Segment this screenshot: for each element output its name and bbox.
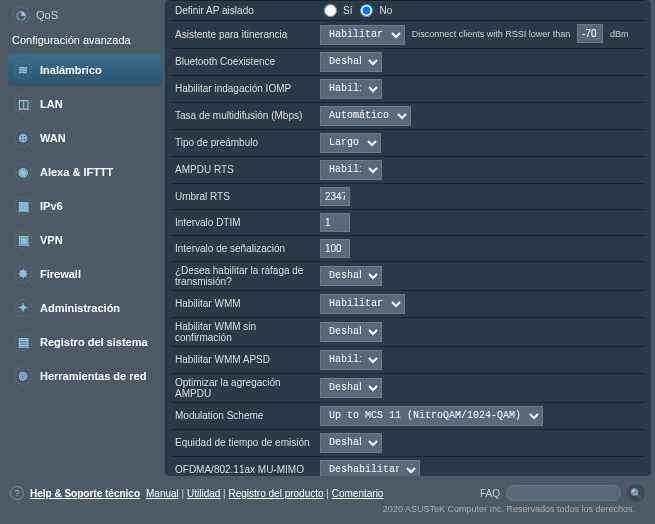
radio-no[interactable] (360, 4, 373, 17)
sidebar-label: Registro del sistema (40, 336, 148, 348)
admin-icon: ✦ (14, 299, 32, 317)
sidebar-item-syslog[interactable]: ▤ Registro del sistema (8, 326, 162, 358)
alexa-icon: ◉ (14, 163, 32, 181)
wifi-icon: ≋ (14, 61, 32, 79)
rate-select[interactable]: Automático (320, 106, 411, 126)
roaming-select[interactable]: Habilitar (320, 25, 405, 45)
register-link[interactable]: Registro del producto (229, 488, 324, 499)
tools-icon: ⊚ (14, 367, 32, 385)
airtime-select[interactable]: Deshabilitar (320, 433, 382, 453)
vpn-icon: ▣ (14, 231, 32, 249)
row-label: Asistente para itinerancia (171, 21, 316, 49)
utility-link[interactable]: Utilidad (187, 488, 220, 499)
row-label: Definir AP aislado (171, 1, 316, 21)
sidebar-item-qos[interactable]: ◔ QoS (8, 3, 162, 30)
feedback-link[interactable]: Comentario (332, 488, 384, 499)
sidebar-item-firewall[interactable]: ✸ Firewall (8, 258, 162, 290)
row-label: Bluetooth Coexistence (171, 48, 316, 75)
row-label: OFDMA/802.11ax MU-MIMO (171, 456, 316, 476)
sidebar-item-vpn[interactable]: ▣ VPN (8, 224, 162, 256)
row-label: Optimizar la agregación AMPDU (171, 373, 316, 402)
sidebar-label: Alexa & IFTTT (40, 166, 113, 178)
qos-icon: ◔ (12, 6, 30, 24)
row-label: Equidad de tiempo de emisión (171, 429, 316, 456)
preamble-select[interactable]: Largo (320, 133, 381, 153)
firewall-icon: ✸ (14, 265, 32, 283)
sidebar-section-header: Configuración avanzada (10, 30, 162, 52)
help-icon: ? (10, 486, 24, 500)
bluetooth-select[interactable]: Deshabilitar (320, 52, 382, 72)
sidebar-item-alexa[interactable]: ◉ Alexa & IFTTT (8, 156, 162, 188)
sidebar-label: Administración (40, 302, 120, 314)
ofdma-select[interactable]: Deshabilitar (320, 460, 420, 477)
wmm-noack-select[interactable]: Deshabilitar (320, 322, 382, 342)
rssi-input[interactable] (577, 24, 603, 43)
iomp-select[interactable]: Habilitar (320, 79, 382, 99)
sidebar-label: IPv6 (40, 200, 63, 212)
sidebar-item-admin[interactable]: ✦ Administración (8, 292, 162, 324)
row-label: Umbral RTS (171, 183, 316, 209)
row-label: Modulation Scheme (171, 402, 316, 429)
row-label: ¿Desea habilitar la ráfaga de transmisió… (171, 261, 316, 290)
radio-si[interactable] (324, 4, 337, 17)
wmm-apsd-select[interactable]: Habilitar (320, 350, 382, 370)
txburst-select[interactable]: Deshabilitar (320, 266, 382, 286)
lan-icon: ◫ (14, 95, 32, 113)
sidebar-item-wan[interactable]: ⊕ WAN (8, 122, 162, 154)
settings-panel: Definir AP aislado Sí No Asistente para … (165, 0, 651, 476)
wmm-select[interactable]: Habilitar (320, 294, 405, 314)
sidebar-label: LAN (40, 98, 63, 110)
row-label: Tipo de preámbulo (171, 129, 316, 156)
faq-search-input[interactable] (506, 485, 621, 501)
row-label: Intervalo DTIM (171, 209, 316, 235)
log-icon: ▤ (14, 333, 32, 351)
row-label: Tasa de multidifusión (Mbps) (171, 102, 316, 129)
sidebar-item-ipv6[interactable]: ▦ IPv6 (8, 190, 162, 222)
row-label: AMPDU RTS (171, 156, 316, 183)
dtim-input[interactable] (320, 213, 350, 232)
disconnect-text: Disconnect clients with RSSI lower than (412, 29, 571, 39)
sidebar-label: Inalámbrico (40, 64, 102, 76)
search-button[interactable]: 🔍 (627, 484, 645, 502)
sidebar-label: Firewall (40, 268, 81, 280)
beacon-input[interactable] (320, 239, 350, 258)
copyright-text: 2020 ASUSTeK Computer Inc. Reservados to… (10, 504, 645, 514)
modulation-select[interactable]: Up to MCS 11 (NitroQAM/1024-QAM) (320, 406, 543, 426)
rts-threshold-input[interactable] (320, 187, 350, 206)
row-label: Habilitar indagación IOMP (171, 75, 316, 102)
globe-icon: ⊕ (14, 129, 32, 147)
sidebar-label: QoS (36, 9, 58, 21)
ipv6-icon: ▦ (14, 197, 32, 215)
sidebar-label: VPN (40, 234, 63, 246)
sidebar-item-lan[interactable]: ◫ LAN (8, 88, 162, 120)
row-label: Habilitar WMM sin confirmación (171, 317, 316, 346)
sidebar-label: Herramientas de red (40, 370, 146, 382)
ampdu-opt-select[interactable]: Deshabilitar (320, 378, 382, 398)
manual-link[interactable]: Manual (146, 488, 179, 499)
row-label: Intervalo de señalización (171, 235, 316, 261)
row-label: Habilitar WMM APSD (171, 346, 316, 373)
row-label: Habilitar WMM (171, 290, 316, 317)
faq-label: FAQ (480, 488, 500, 499)
sidebar-item-nettools[interactable]: ⊚ Herramientas de red (8, 360, 162, 392)
ampdu-rts-select[interactable]: Habilitar (320, 160, 382, 180)
help-link[interactable]: Help & Soporte técnico (30, 488, 140, 499)
sidebar-label: WAN (40, 132, 66, 144)
sidebar-item-wireless[interactable]: ≋ Inalámbrico (8, 54, 162, 86)
rssi-unit: dBm (610, 29, 629, 39)
footer: ? Help & Soporte técnico Manual | Utilid… (0, 480, 655, 516)
